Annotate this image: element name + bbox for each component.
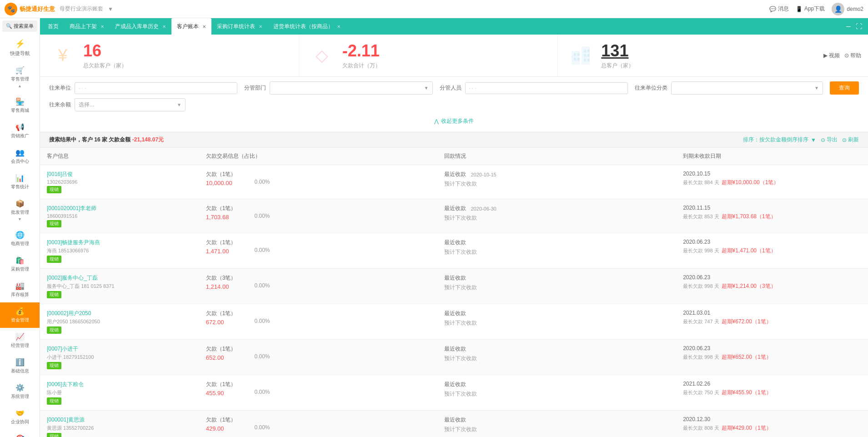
sidebar-item-retail-stats[interactable]: 📊 零售统计 (0, 169, 40, 195)
stat-card-overdue-amount: ◇ -2.11 欠款合计（万） (299, 35, 558, 76)
export-btn[interactable]: ⊙ 导出 (821, 136, 838, 144)
debt-amount-0: 10,000.00 (206, 180, 236, 186)
cell-payment-0: 最近收款 2020-10-15 预计下次收款 (437, 165, 676, 199)
home-tab-label: 首页 (48, 23, 59, 30)
overdue-amount-1[interactable]: 超期¥1,703.68（1笔） (722, 213, 776, 221)
tab-products[interactable]: 商品上下架 ✕ (64, 18, 110, 35)
finance-icon: 💰 (15, 307, 25, 316)
cell-payment-7: 最近收款 预计下次收款 (437, 411, 676, 437)
customer-id-5[interactable]: [0007]小进干 (47, 345, 192, 353)
overdue-amount-5[interactable]: 超期¥652.00（1笔） (722, 353, 772, 361)
department-chevron: ▼ (424, 85, 429, 90)
dropdown-arrow[interactable]: ▼ (108, 6, 113, 12)
recent-payment-label-4: 最近收款 (444, 310, 466, 317)
customer-id-6[interactable]: [0006]去下粮仓 (47, 381, 192, 388)
overdue-amount-7[interactable]: 超期¥429.00（1笔） (722, 424, 772, 432)
user-area[interactable]: 👤 demo2 (832, 3, 863, 15)
refresh-btn[interactable]: ⊙ 刷新 (842, 136, 859, 144)
svg-rect-3 (577, 53, 580, 56)
collapse-icon: ⋀ (434, 118, 439, 125)
sidebar-item-ecommerce[interactable]: 🌐 电商管理 (0, 226, 40, 251)
table-row: [0006]去下粮仓 陈小册 现销 欠款（1笔） 455.90 0.00% 最近… (40, 375, 868, 411)
products-tab-label: 商品上下架 (70, 23, 97, 30)
stat-info-overdue-customers: 16 总欠款客户（家） (83, 41, 127, 70)
minimize-btn[interactable]: ─ (845, 21, 852, 31)
message-btn[interactable]: 💬 消息 (769, 5, 789, 13)
help-btn[interactable]: ⊙ 帮助 (844, 52, 861, 60)
tab-purchase-order[interactable]: 采购订单统计表 ✕ (211, 18, 268, 35)
filter-unit-category: 往来单位分类 ▼ (635, 81, 823, 95)
tab-close-production[interactable]: ✕ (162, 24, 166, 29)
unit-category-select[interactable]: ▼ (671, 81, 823, 95)
customer-id-1[interactable]: [0001020001]李老师 (47, 205, 192, 212)
refresh-icon: ⊙ (842, 137, 847, 143)
video-btn[interactable]: ▶ 视频 (823, 52, 840, 60)
source-unit-input[interactable]: ··· (75, 82, 237, 94)
cell-due-date-0: 2020.10.15 最长欠款 884 天 超期¥10,000.00（1笔） (676, 165, 868, 199)
debt-amount-3: 1,214.00 (206, 283, 236, 290)
search-button[interactable]: 查询 (830, 81, 859, 95)
overdue-amount-0[interactable]: 超期¥10,000.00（1笔） (722, 179, 779, 186)
purchase-order-tab-label: 采购订单统计表 (217, 23, 255, 30)
tab-customer-account[interactable]: 客户账本 ✕ (171, 18, 211, 35)
manager-input[interactable]: ··· (465, 82, 628, 94)
maximize-btn[interactable]: ⛶ (854, 21, 863, 31)
collapse-button[interactable]: ⋀ 收起更多条件 (434, 117, 474, 125)
search-icon: 🔍 (6, 23, 12, 29)
customer-id-3[interactable]: [0002]服务中心_丁磊 (47, 274, 192, 282)
sidebar-item-member-center[interactable]: 👥 会员中心 (0, 144, 40, 169)
customer-id-0[interactable]: [0016]吕俊 (47, 171, 192, 178)
tab-close-purchase-stats[interactable]: ✕ (337, 24, 341, 29)
cell-due-date-2: 2020.06.23 最长欠款 998 天 超期¥1,471.00（1笔） (676, 233, 868, 269)
debt-label-4: 欠款（1笔） (206, 310, 236, 317)
tab-close-customer-account[interactable]: ✕ (202, 24, 206, 29)
top-bar-right: 💬 消息 📱 App下载 👤 demo2 (769, 3, 863, 15)
tab-purchase-stats[interactable]: 进货单统计表（按商品） ✕ (268, 18, 346, 35)
app-container: 🐾 畅捷通好生意 母婴行业演示账套 ▼ 💬 消息 📱 App下载 👤 demo2 (0, 0, 868, 437)
app-download-btn[interactable]: 📱 App下载 (796, 5, 825, 13)
tab-home[interactable]: 首页 (42, 18, 64, 35)
sort-label: 排序：按欠款金额倒序排序 (743, 136, 808, 144)
sidebar-item-new-guide[interactable]: 🎯 新手引导 (0, 430, 40, 437)
sidebar-item-purchase-mgmt[interactable]: 🛍️ 采购管理 (0, 251, 40, 277)
tab-production[interactable]: 产成品入库单历史 ✕ (110, 18, 171, 35)
customer-id-7[interactable]: [000001]黄思源 (47, 416, 192, 424)
sidebar-item-finance[interactable]: 💰 资金管理 (0, 302, 40, 328)
overdue-amount-2[interactable]: 超期¥1,471.00（1笔） (722, 247, 776, 255)
sidebar-item-enterprise-collab[interactable]: 🤝 企业协同 (0, 404, 40, 430)
cell-customer-4: [000002]用户2050 用户2050 18665062050 现销 (40, 304, 199, 340)
tab-close-purchase-order[interactable]: ✕ (259, 24, 262, 29)
sidebar-item-retail-mall[interactable]: 🏪 零售商城 (0, 93, 40, 118)
sidebar-item-inventory[interactable]: 🏭 库存核算 (0, 277, 40, 302)
collapse-label: 收起更多条件 (441, 117, 474, 125)
cell-due-date-4: 2021.03.01 最长欠款 747 天 超期¥672.00（1笔） (676, 304, 868, 340)
overdue-amount-4[interactable]: 超期¥672.00（1笔） (722, 318, 772, 326)
sidebar-item-system-mgmt[interactable]: ⚙️ 系统管理 (0, 379, 40, 404)
customer-tag-2: 现销 (47, 256, 61, 263)
tab-close-products[interactable]: ✕ (100, 24, 104, 29)
due-date-1: 2020.11.15 (683, 205, 861, 211)
filter-area: 往来单位 ··· 分管部门 ▼ 分管人员 (40, 77, 868, 132)
customer-id-2[interactable]: [0003]畅捷服务尹海燕 (47, 239, 192, 246)
sidebar-item-marketing[interactable]: 📢 营销推广 (0, 118, 40, 144)
cell-due-date-3: 2020.06.23 最长欠款 998 天 超期¥1,214.00（3笔） (676, 269, 868, 304)
sidebar-item-batch-mgmt[interactable]: 📦 批发管理 ▼ (0, 195, 40, 226)
sidebar-item-quick-nav[interactable]: ⚡ 快捷导航 (0, 34, 40, 61)
balance-select[interactable]: 选择... ▼ (75, 98, 186, 111)
sidebar: 🔍 搜索菜单 ⚡ 快捷导航 🛒 零售管理 ▲ 🏪 零售商城 📢 营销推广 (0, 18, 40, 437)
customer-tag-6: 现销 (47, 397, 61, 405)
sidebar-item-retail-mgmt[interactable]: 🛒 零售管理 ▲ (0, 61, 40, 93)
sidebar-item-basic-info[interactable]: ℹ️ 基础信息 (0, 353, 40, 379)
svg-rect-2 (574, 53, 576, 56)
recent-payment-date-0: 2020-10-15 (471, 172, 496, 177)
customer-id-4[interactable]: [000002]用户2050 (47, 310, 192, 317)
sort-select[interactable]: 排序：按欠款金额倒序排序 ▼ (743, 136, 816, 144)
top-bar-left: 🐾 畅捷通好生意 母婴行业演示账套 ▼ (5, 3, 113, 15)
overdue-amount-3[interactable]: 超期¥1,214.00（3笔） (722, 282, 776, 290)
department-select[interactable]: ▼ (270, 81, 432, 95)
search-menu-btn[interactable]: 🔍 搜索菜单 (2, 20, 37, 32)
debt-ratio-3: 0.00% (254, 282, 270, 289)
overdue-amount-6[interactable]: 超期¥455.90（1笔） (722, 389, 772, 397)
sidebar-item-operations[interactable]: 📈 经营管理 (0, 328, 40, 353)
logo-area: 🐾 畅捷通好生意 (5, 3, 55, 15)
